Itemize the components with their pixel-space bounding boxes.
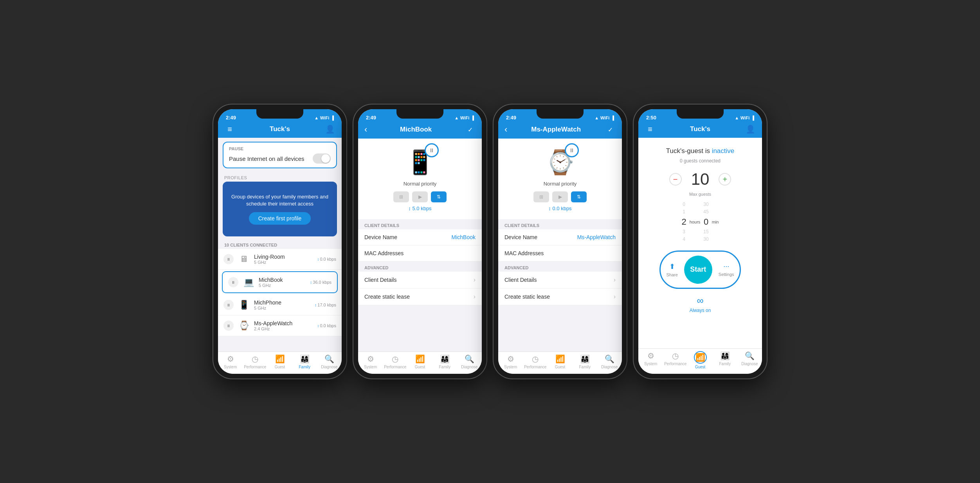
tab-icon-guest-1: 📶 [275,354,285,364]
status-icons-4: ▲ WiFi ▐ [735,115,754,120]
tab-icon-system-2: ⚙ [367,354,374,364]
pause-toggle[interactable] [313,153,331,164]
create-profile-button[interactable]: Create first profile [249,212,311,225]
tab-diagnose-3[interactable]: 🔍 Diagnose [597,354,622,369]
share-btn[interactable]: ⬆ Share [666,262,677,277]
tab-performance-1[interactable]: ◷ Performance [243,354,267,369]
hours-selected[interactable]: 2 [682,216,686,228]
detail-row-clientdetails-3[interactable]: Client Details › [498,272,622,288]
pri-btn-low-2[interactable]: ⊞ [393,191,409,202]
tab-icon-performance-2: ◷ [392,354,398,364]
battery-icon-4: ▐ [751,115,754,120]
pri-btn-high-2[interactable]: ⇅ [431,191,447,202]
detail-name-label-2: Device Name [364,234,397,240]
user-icon-4[interactable]: 👤 [745,124,756,134]
notch-1 [256,109,303,119]
min-selected[interactable]: 0 [704,216,708,228]
status-icons-3: ▲ WiFi ▐ [594,115,614,120]
notch-3 [537,109,584,119]
tab-diagnose-4[interactable]: 🔍 Diagnose [737,351,762,369]
pause-btn-applewatch[interactable]: ⏸ [223,321,234,331]
tab-performance-2[interactable]: ◷ Performance [383,354,407,369]
pause-row: Pause Internet on all devices [229,153,331,164]
speed-display-3: ↕ 0.0 kbps [548,205,571,211]
back-btn-2[interactable]: ‹ [364,124,367,135]
detail-content-2: 📱 ⏸ Normal priority ⊞ ▶ ⇅ ↕ 5.0 kbps CLI… [358,139,482,351]
hours-3: 3 [683,229,685,235]
tab-icon-performance-1: ◷ [252,354,258,364]
tab-guest-1[interactable]: 📶 Guest [267,354,292,369]
settings-btn[interactable]: ··· Settings [719,262,734,277]
pause-circle-3[interactable]: ⏸ [565,143,579,157]
guest-count-row: − 10 + [669,170,731,189]
menu-icon-1[interactable]: ≡ [224,125,235,134]
guests-connected: 0 guests connected [680,158,721,164]
device-freq-applewatch: 2.4 GHz [254,326,313,331]
pri-btn-medium-3[interactable]: ▶ [552,191,568,202]
status-icons-1: ▲ WiFi ▐ [314,115,334,120]
back-btn-3[interactable]: ‹ [504,124,507,135]
tab-label-diagnose-2: Diagnose [461,365,477,369]
client-details-header-2: CLIENT DETAILS [358,219,482,229]
user-icon-1[interactable]: 👤 [324,124,335,134]
tab-icon-diagnose-1: 🔍 [324,354,334,364]
menu-icon-4[interactable]: ≡ [645,125,656,134]
tab-family-2[interactable]: 👨‍👩‍👧 Family [432,354,457,369]
pause-btn-michbook[interactable]: ⏸ [228,277,238,287]
priority-buttons-2: ⊞ ▶ ⇅ [393,191,447,202]
tab-family-4[interactable]: 👨‍👩‍👧 Family [713,351,737,369]
device-info-michbook: MichBook 5 GHz [259,277,306,288]
pri-btn-medium-2[interactable]: ▶ [412,191,428,202]
phone-3: 2:49 ▲ WiFi ▐ ‹ Ms-AppleWatch ✓ ⌚ ⏸ Norm… [494,105,627,378]
guest-network-status: Tuck's-guest is inactive [666,147,735,155]
tab-icon-system-1: ⚙ [227,354,234,364]
tab-icon-performance-4: ◷ [672,351,679,360]
tab-label-guest-1: Guest [275,365,285,369]
client-item-michbook[interactable]: ⏸ 💻 MichBook 5 GHz ↕36.0 kbps [223,272,337,292]
detail-row-lease-2[interactable]: Create static lease › [358,288,482,305]
guest-content: Tuck's-guest is inactive 0 guests connec… [638,138,762,348]
tab-family-3[interactable]: 👨‍👩‍👧 Family [573,354,597,369]
status-icons-2: ▲ WiFi ▐ [454,115,474,120]
tab-family-1[interactable]: 👨‍👩‍👧 Family [292,354,317,369]
hours-4: 4 [683,236,685,243]
client-item-living-room[interactable]: ⏸ 🖥 Living-Room 5 GHz ↕0.0 kbps [218,249,342,270]
decrement-btn[interactable]: − [669,173,682,186]
start-button[interactable]: Start [684,256,712,284]
always-on-label[interactable]: Always on [690,308,711,313]
tab-performance-3[interactable]: ◷ Performance [523,354,548,369]
tab-system-4[interactable]: ⚙ System [638,351,663,369]
tab-label-system-3: System [504,365,517,369]
tab-label-family-4: Family [719,362,730,366]
guest-status-word: inactive [712,147,735,155]
tab-diagnose-2[interactable]: 🔍 Diagnose [457,354,482,369]
tab-guest-3[interactable]: 📶 Guest [548,354,572,369]
tab-system-2[interactable]: ⚙ System [358,354,383,369]
pause-btn-michphone[interactable]: ⏸ [223,300,234,310]
device-info-applewatch: Ms-AppleWatch 2.4 GHz [254,320,313,331]
tab-system-1[interactable]: ⚙ System [218,354,243,369]
tab-guest-4[interactable]: 📶 Guest [688,351,712,369]
pri-btn-high-3[interactable]: ⇅ [571,191,587,202]
check-icon-2[interactable]: ✓ [465,126,476,133]
pri-btn-low-3[interactable]: ⊞ [533,191,549,202]
increment-btn[interactable]: + [719,173,731,186]
tab-guest-2[interactable]: 📶 Guest [407,354,432,369]
pause-circle-2[interactable]: ⏸ [425,143,439,157]
pause-btn-living-room[interactable]: ⏸ [223,254,234,264]
tab-diagnose-1[interactable]: 🔍 Diagnose [317,354,342,369]
detail-mac-label-2: MAC Addresses [364,250,404,256]
check-icon-3[interactable]: ✓ [605,126,616,133]
priority-buttons-3: ⊞ ▶ ⇅ [533,191,587,202]
wifi-icon-3: WiFi [600,115,609,120]
detail-row-clientdetails-2[interactable]: Client Details › [358,272,482,288]
client-item-applewatch[interactable]: ⏸ ⌚ Ms-AppleWatch 2.4 GHz ↕0.0 kbps [218,315,342,336]
tab-performance-4[interactable]: ◷ Performance [663,351,688,369]
client-item-michphone[interactable]: ⏸ 📱 MichPhone 5 GHz ↕17.0 kbps [218,295,342,315]
tab-system-3[interactable]: ⚙ System [498,354,523,369]
detail-lease-label-2: Create static lease [364,294,410,300]
detail-row-lease-3[interactable]: Create static lease › [498,288,622,305]
tab-bar-4: ⚙ System ◷ Performance 📶 Guest 👨‍👩‍👧 Fam… [638,348,762,374]
client-list: ⏸ 🖥 Living-Room 5 GHz ↕0.0 kbps ⏸ 💻 [218,249,342,336]
battery-icon-1: ▐ [331,115,334,120]
